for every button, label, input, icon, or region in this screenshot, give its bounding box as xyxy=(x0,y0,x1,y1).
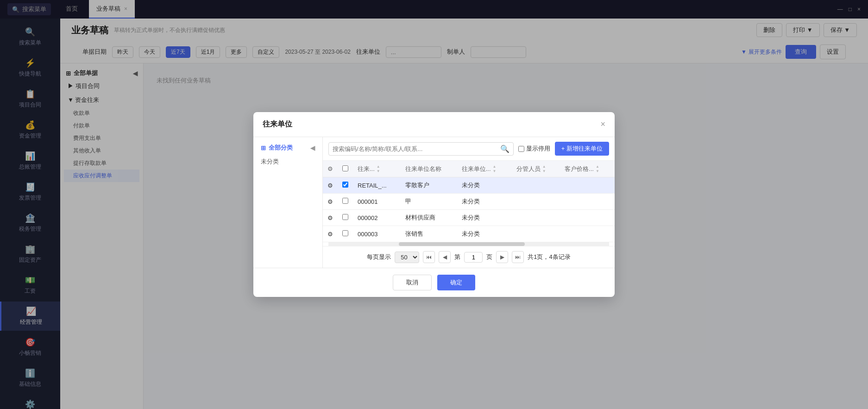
partner-search-input[interactable] xyxy=(333,145,497,152)
row-price xyxy=(560,177,615,194)
row-manager xyxy=(512,177,560,194)
row-name: 零散客户 xyxy=(401,177,457,194)
grid-icon: ⊞ xyxy=(261,145,266,151)
total-info: 共1页，4条记录 xyxy=(528,253,570,261)
col-name: 往来单位名称 xyxy=(405,165,441,172)
category-collapse-icon[interactable]: ◀ xyxy=(310,145,315,151)
dialog-header: 往来单位 × xyxy=(253,112,615,137)
horizontal-scrollbar[interactable] xyxy=(328,242,609,246)
row-name: 材料供应商 xyxy=(401,210,457,226)
row-code: 000002 xyxy=(353,210,401,226)
row-checkbox[interactable] xyxy=(342,198,348,204)
next-page-button[interactable]: ▶ xyxy=(496,251,508,263)
page-suffix: 页 xyxy=(486,253,492,261)
col-manager: 分管人员 xyxy=(516,165,541,173)
row-name: 张销售 xyxy=(401,226,457,242)
col-category: 往来单位... xyxy=(462,165,491,173)
row-code: RETAIL_... xyxy=(353,177,401,194)
partner-search-box[interactable]: 🔍 xyxy=(328,142,514,156)
sort-icon[interactable]: ▲▼ xyxy=(596,164,599,173)
row-settings-icon[interactable]: ⚙ xyxy=(327,214,333,221)
dialog-pagination: 每页显示 50 ⏮ ◀ 第 页 ▶ ⏭ 共1页，4条记录 xyxy=(323,246,615,268)
dialog-toolbar: 🔍 显示停用 + 新增往来单位 xyxy=(323,137,615,161)
row-checkbox[interactable] xyxy=(342,214,348,220)
search-icon: 🔍 xyxy=(500,145,509,153)
dialog-body: ⊞ 全部分类 ◀ 未分类 🔍 显示停用 xyxy=(253,137,615,268)
table-row[interactable]: ⚙ 000001 甲 未分类 xyxy=(323,194,615,210)
row-manager xyxy=(512,194,560,210)
sort-icon[interactable]: ▲▼ xyxy=(377,164,380,173)
confirm-button[interactable]: 确定 xyxy=(437,275,475,290)
row-category: 未分类 xyxy=(457,226,512,242)
select-all-checkbox[interactable] xyxy=(342,165,348,171)
row-checkbox[interactable] xyxy=(342,230,348,236)
dialog-categories: ⊞ 全部分类 ◀ 未分类 xyxy=(253,137,323,268)
table-row[interactable]: ⚙ 000003 张销售 未分类 xyxy=(323,226,615,242)
row-code: 000003 xyxy=(353,226,401,242)
sort-icon[interactable]: ▲▼ xyxy=(542,164,546,173)
row-settings-icon[interactable]: ⚙ xyxy=(327,198,333,205)
row-category: 未分类 xyxy=(457,210,512,226)
cancel-button[interactable]: 取消 xyxy=(393,275,432,290)
category-unclassified[interactable]: 未分类 xyxy=(257,155,319,169)
table-row[interactable]: ⚙ RETAIL_... 零散客户 未分类 xyxy=(323,177,615,194)
row-manager xyxy=(512,210,560,226)
col-price: 客户价格... xyxy=(565,165,594,173)
dialog-close-button[interactable]: × xyxy=(600,120,605,129)
partner-dialog: 往来单位 × ⊞ 全部分类 ◀ 未分类 🔍 xyxy=(253,112,615,297)
row-price xyxy=(560,210,615,226)
add-partner-button[interactable]: + 新增往来单位 xyxy=(555,142,609,156)
col-code: 往来... xyxy=(358,165,375,173)
per-page-select[interactable]: 50 xyxy=(395,252,419,263)
dialog-overlay: 往来单位 × ⊞ 全部分类 ◀ 未分类 🔍 xyxy=(0,0,868,409)
row-manager xyxy=(512,226,560,242)
row-code: 000001 xyxy=(353,194,401,210)
row-settings-icon[interactable]: ⚙ xyxy=(327,231,333,238)
row-category: 未分类 xyxy=(457,177,512,194)
per-page-label: 每页显示 xyxy=(367,253,391,261)
row-category: 未分类 xyxy=(457,194,512,210)
row-price xyxy=(560,194,615,210)
category-header: ⊞ 全部分类 ◀ xyxy=(257,141,319,155)
partner-table: ⚙ 往来... ▲▼ 往来单位名称 xyxy=(323,161,615,242)
table-row[interactable]: ⚙ 000002 材料供应商 未分类 xyxy=(323,210,615,226)
show-disabled-check[interactable] xyxy=(518,146,524,152)
dialog-title: 往来单位 xyxy=(263,120,292,129)
row-name: 甲 xyxy=(401,194,457,210)
row-settings-icon[interactable]: ⚙ xyxy=(327,182,333,189)
row-checkbox[interactable] xyxy=(342,182,348,188)
prev-page-button[interactable]: ◀ xyxy=(439,251,451,263)
page-number-input[interactable] xyxy=(464,252,483,263)
row-price xyxy=(560,226,615,242)
sort-icon[interactable]: ▲▼ xyxy=(493,164,497,173)
dialog-right-panel: 🔍 显示停用 + 新增往来单位 ⚙ xyxy=(323,137,615,268)
first-page-button[interactable]: ⏮ xyxy=(423,251,435,263)
last-page-button[interactable]: ⏭ xyxy=(512,251,524,263)
dialog-footer: 取消 确定 xyxy=(253,268,615,297)
gear-icon[interactable]: ⚙ xyxy=(327,165,333,172)
page-label-text: 第 xyxy=(454,253,460,261)
scrollbar-thumb[interactable] xyxy=(399,242,525,246)
show-disabled-checkbox[interactable]: 显示停用 xyxy=(518,145,550,153)
